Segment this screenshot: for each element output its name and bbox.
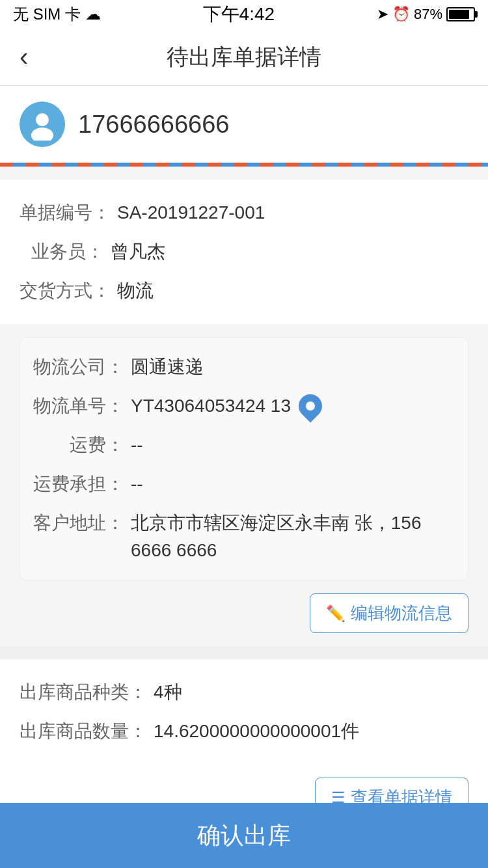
customer-header: 17666666666 [0,86,488,163]
avatar [20,102,65,147]
address-value: 北京市市辖区海淀区永丰南 张，156 6666 6666 [131,509,455,564]
confirm-button-label: 确认出库 [197,820,291,852]
logistics-tracking-value: YT43064053424 13 [131,392,455,420]
address-label: 客户地址： [33,509,131,537]
order-info-section: 单据编号： SA-20191227-001 业务员： 曾凡杰 交货方式： 物流 [0,180,488,324]
section-divider-1 [0,646,488,659]
document-number-value: SA-20191227-001 [117,199,468,226]
customer-phone: 17666666666 [78,111,229,139]
status-time: 下午4:42 [203,2,275,27]
goods-section: 出库商品种类： 4种 出库商品数量： 14.6200000000000001件 [0,659,488,765]
document-number-row: 单据编号： SA-20191227-001 [20,199,468,226]
document-number-label: 单据编号： [20,199,117,226]
status-right: ➤ ⏰ 87% [377,6,475,23]
status-left: 无 SIM 卡 ☁ [13,4,101,25]
signal-text: 无 SIM 卡 ☁ [13,4,101,25]
location-pin-icon[interactable] [294,390,327,423]
freight-bearer-value: -- [131,470,455,498]
delivery-method-row: 交货方式： 物流 [20,277,468,305]
edit-btn-container: ✏️ 编辑物流信息 [0,593,488,646]
nav-bar: ‹ 待出库单据详情 [0,29,488,86]
address-row: 客户地址： 北京市市辖区海淀区永丰南 张，156 6666 6666 [33,509,455,564]
back-button[interactable]: ‹ [20,42,28,72]
goods-quantity-row: 出库商品数量： 14.6200000000000001件 [20,718,468,745]
logistics-company-label: 物流公司： [33,353,131,381]
edit-logistics-label: 编辑物流信息 [351,602,452,625]
freight-row: 运费： -- [33,431,455,459]
dashed-separator [0,163,488,167]
logistics-company-value: 圆通速递 [131,353,455,381]
confirm-button[interactable]: 确认出库 [0,803,488,868]
goods-category-row: 出库商品种类： 4种 [20,679,468,706]
logistics-card: 物流公司： 圆通速递 物流单号： YT43064053424 13 运费： --… [20,337,468,580]
goods-category-label: 出库商品种类： [20,679,154,706]
battery-text: 87% [414,6,442,23]
tracking-number-text: YT43064053424 13 [131,392,291,420]
goods-quantity-label: 出库商品数量： [20,718,154,745]
battery-icon [446,7,475,21]
page-title: 待出库单据详情 [167,42,321,72]
logistics-tracking-label: 物流单号： [33,392,131,420]
svg-point-1 [31,128,53,141]
logistics-tracking-row: 物流单号： YT43064053424 13 [33,392,455,420]
delivery-method-value: 物流 [117,277,468,305]
goods-quantity-value: 14.6200000000000001件 [154,718,468,745]
freight-label: 运费： [33,431,131,459]
delivery-method-label: 交货方式： [20,277,117,305]
location-icon: ➤ [377,6,388,23]
freight-value: -- [131,431,455,459]
logistics-company-row: 物流公司： 圆通速递 [33,353,455,381]
freight-bearer-label: 运费承担： [33,470,131,498]
edit-logistics-button[interactable]: ✏️ 编辑物流信息 [310,593,468,633]
alarm-icon: ⏰ [392,6,410,23]
status-bar: 无 SIM 卡 ☁ 下午4:42 ➤ ⏰ 87% [0,0,488,29]
sales-person-label: 业务员： [20,238,111,265]
sales-person-value: 曾凡杰 [111,238,468,265]
svg-point-0 [36,113,49,126]
freight-bearer-row: 运费承担： -- [33,470,455,498]
goods-category-value: 4种 [154,679,468,706]
edit-icon: ✏️ [326,604,346,623]
sales-person-row: 业务员： 曾凡杰 [20,238,468,265]
